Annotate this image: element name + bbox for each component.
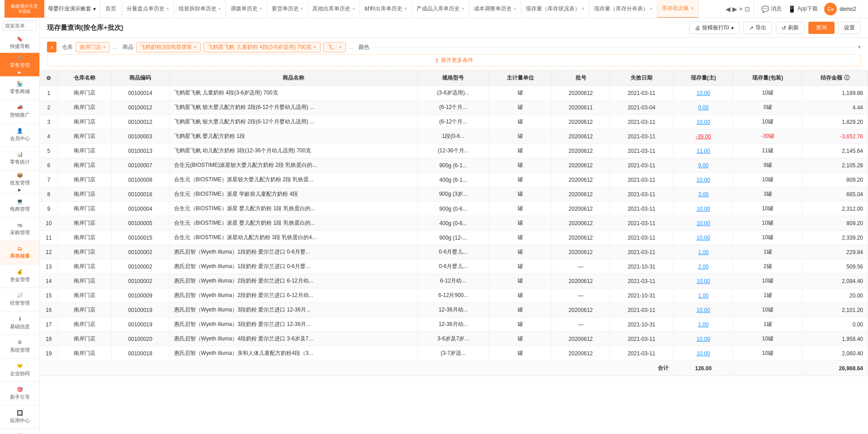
warehouse-remove-icon[interactable]: × xyxy=(103,44,106,50)
tab-首页[interactable]: 首页 xyxy=(100,0,122,18)
cell-no: 10 xyxy=(40,216,58,231)
product-remove-icon-1[interactable]: × xyxy=(194,44,197,50)
expand-more-row[interactable]: ⊻ 展开更多条件 xyxy=(47,54,861,66)
cell-qty-main[interactable]: 3.00 xyxy=(674,187,733,202)
message-button[interactable]: 💬 消息 xyxy=(761,5,782,13)
table-row: 7 南岸门店 00100008 合生元（BIOSTIME）派星较大婴儿配方奶粉 … xyxy=(40,173,868,187)
cell-qty-main[interactable]: 2.00 xyxy=(674,259,733,274)
sidebar-item-零售统计[interactable]: 📊 零售统计 xyxy=(0,147,39,170)
sidebar-item-零售商城[interactable]: 🏪 零售商城 xyxy=(0,76,39,100)
col-qty-main[interactable]: 现存量(主) xyxy=(674,71,733,86)
cell-qty-main[interactable]: -39.00 xyxy=(674,129,733,144)
product-remove-icon-3[interactable]: × xyxy=(339,44,342,50)
sidebar-item-零售管理[interactable]: 🛒 零售管理 ▶ xyxy=(0,53,39,76)
tab-prev-icon[interactable]: ◀ xyxy=(726,5,731,13)
cell-qty-main[interactable]: 1.00 xyxy=(674,245,733,259)
query-button[interactable]: 查询 xyxy=(808,22,835,34)
cell-qty-main[interactable]: 9.00 xyxy=(674,158,733,173)
color-dropdown-icon[interactable]: ▾ xyxy=(858,44,861,50)
sidebar-item-企业微信[interactable]: 💬 企业微信 xyxy=(0,429,39,434)
tab-成本调整单历史[interactable]: 成本调整单历史× xyxy=(469,0,521,18)
sidebar-item-新手引导[interactable]: 🎯 新手引导 xyxy=(0,382,39,406)
refresh-button[interactable]: ↺ 刷新 xyxy=(776,22,805,34)
cell-qty-main[interactable]: 1.00 xyxy=(674,288,733,303)
tab-现存量库存状况表[interactable]: 现存量（库存状况表）× xyxy=(521,0,590,18)
cell-qty-main[interactable]: 10.00 xyxy=(674,303,733,317)
col-code[interactable]: 商品编码 xyxy=(111,71,169,86)
sidebar-item-营销推广[interactable]: 📣 营销推广 xyxy=(0,100,39,123)
settings-gear-icon[interactable]: ⚙ xyxy=(46,75,51,81)
tab-close-all-icon[interactable]: × xyxy=(739,5,743,13)
col-warehouse[interactable]: 仓库名称 xyxy=(58,71,111,86)
tab-产成品入库单历史[interactable]: 产成品入库单历史× xyxy=(412,0,469,18)
sidebar-item-电商管理[interactable]: 💻 电商管理 xyxy=(0,194,39,217)
cell-unit: 罐 xyxy=(489,187,552,202)
cell-qty-main[interactable]: 11.00 xyxy=(674,144,733,158)
cell-spec: 12-36月幼... xyxy=(417,317,489,332)
cell-qty-main[interactable]: 1.00 xyxy=(674,317,733,332)
sidebar-item-库存核算[interactable]: 🗂 库存核算 xyxy=(0,241,39,264)
col-unit[interactable]: 主计量单位 xyxy=(489,71,552,86)
dropdown-header[interactable]: 母婴行业演示账套 ▾ xyxy=(44,0,100,18)
tab-现存量库存分布表[interactable]: 现存量（库存分布表）× xyxy=(590,0,658,18)
cell-qty-main[interactable]: 10.00 xyxy=(674,274,733,288)
sidebar-item-基础信息[interactable]: ℹ 基础信息 xyxy=(0,311,39,335)
settings-button[interactable]: 设置 xyxy=(838,22,861,34)
sidebar-item-批发管理[interactable]: 📦 批发管理 ▶ xyxy=(0,170,39,194)
cell-qty-main[interactable]: 10.00 xyxy=(674,86,733,100)
expand-filter-button[interactable]: › xyxy=(47,42,57,52)
cell-qty-main[interactable]: 10.00 xyxy=(674,346,733,361)
sidebar-item-系统管理[interactable]: ⚙ 系统管理 xyxy=(0,335,39,359)
export-button[interactable]: ↗ 导出 xyxy=(743,22,772,34)
tab-材料出库单历史[interactable]: 材料出库单历史× xyxy=(360,0,412,18)
warehouse-tag[interactable]: 南岸门店 × xyxy=(75,42,110,52)
sidebar-item-企业协同[interactable]: 🤝 企业协同 xyxy=(0,359,39,382)
search-input[interactable] xyxy=(3,21,37,31)
cell-qty-pack: 10罐 xyxy=(733,274,802,288)
cell-name: 合生元（BIOSTIME）派星 学龄前儿童配方奶粉 4段 xyxy=(169,187,417,202)
tab-more-icon[interactable]: ⊡ xyxy=(745,5,750,13)
col-amount[interactable]: 结存金额 ⓘ xyxy=(802,71,868,86)
page-title: 现存量查询(按仓库+批次) xyxy=(47,24,123,32)
cell-qty-main[interactable]: 10.00 xyxy=(674,231,733,245)
cell-qty-main[interactable]: 10.00 xyxy=(674,332,733,346)
cell-unit: 罐 xyxy=(489,332,552,346)
sidebar-item-会员中心[interactable]: 👤 会员中心 xyxy=(0,123,39,147)
cell-batch: 20200612 xyxy=(552,86,610,100)
tab-调拨单历史[interactable]: 调拨单历史× xyxy=(226,0,267,18)
col-name[interactable]: 商品名称 xyxy=(169,71,417,86)
user-avatar[interactable]: Ea demo2 xyxy=(824,3,856,15)
product-tag-2[interactable]: 飞鹤星飞帆 儿童奶粉 4段(3-6岁适用) 700克 × xyxy=(203,42,320,52)
cell-amount: 229.84 xyxy=(802,245,868,259)
quick-nav[interactable]: 🔖 快捷导航 xyxy=(0,33,39,53)
cell-qty-main[interactable]: 10.00 xyxy=(674,173,733,187)
cell-qty-main[interactable]: 10.00 xyxy=(674,115,733,129)
product-remove-icon-2[interactable]: × xyxy=(313,44,316,50)
col-batch[interactable]: 批号 xyxy=(552,71,610,86)
col-star[interactable]: ⚙ xyxy=(40,71,58,86)
warehouse-dots[interactable]: ... xyxy=(113,44,117,50)
warehouse-label: 仓库 xyxy=(62,43,73,51)
product-dots[interactable]: ... xyxy=(349,44,353,50)
tab-分量盘点单历史[interactable]: 分量盘点单历史× xyxy=(122,0,174,18)
app-download-button[interactable]: 📱 App下载 xyxy=(788,5,818,13)
product-tag-1[interactable]: 飞鹤奶粉3段闻荐摆装 × xyxy=(136,42,201,52)
cell-qty-main[interactable]: 10.00 xyxy=(674,216,733,231)
tab-组装拆卸单历史[interactable]: 组装拆卸单历史× xyxy=(174,0,226,18)
col-spec[interactable]: 规格型号 xyxy=(417,71,489,86)
bookmark-icon: 🔖 xyxy=(17,36,23,42)
sidebar-item-采购管理[interactable]: 🛍 采购管理 xyxy=(0,217,39,241)
col-qty-pack[interactable]: 现存量(包装) xyxy=(733,71,802,86)
sidebar-item-应用中心[interactable]: 🔲 应用中心 xyxy=(0,406,39,429)
cell-qty-main[interactable]: 10.00 xyxy=(674,202,733,216)
tab-next-icon[interactable]: ▶ xyxy=(732,5,737,13)
tab-要货单历史[interactable]: 要货单历史× xyxy=(267,0,308,18)
product-extra-tag[interactable]: 飞... × xyxy=(323,42,346,52)
print-button[interactable]: 🖨 按模板打印 ▾ xyxy=(689,22,740,34)
sidebar-item-经营管理[interactable]: 📈 经营管理 xyxy=(0,288,39,311)
sidebar-item-资金管理[interactable]: 💰 资金管理 xyxy=(0,264,39,288)
tab-库存批次账[interactable]: 库存批次账× xyxy=(657,0,698,18)
cell-qty-main[interactable]: 0.00 xyxy=(674,100,733,115)
col-expiry[interactable]: 失效日期 xyxy=(609,71,673,86)
tab-其他出库单历史[interactable]: 其他出库单历史× xyxy=(308,0,360,18)
